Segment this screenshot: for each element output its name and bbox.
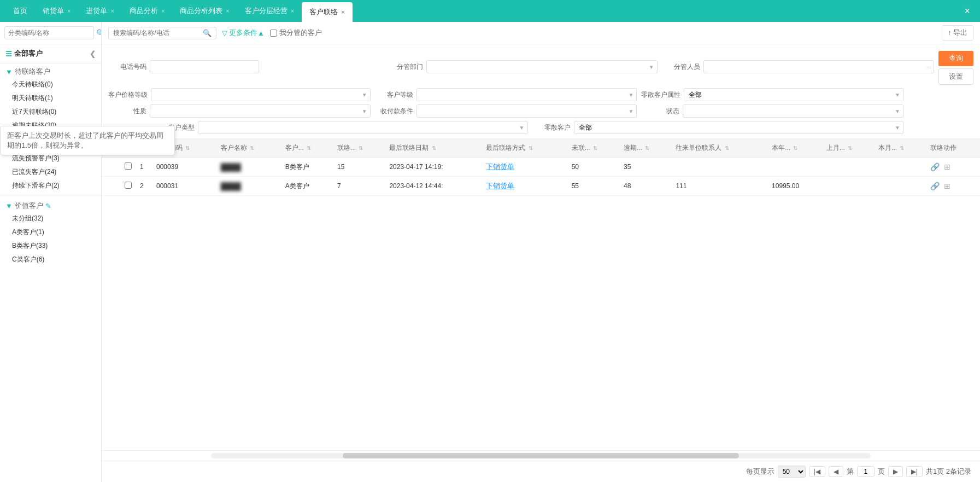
td-past-contacts: 111 xyxy=(672,177,768,196)
sidebar-item-declining[interactable]: 持续下滑客户(2) xyxy=(0,179,101,193)
td-actions: 🔗 ⊞ xyxy=(927,158,980,177)
th-last-contact-method[interactable]: 最后联络方式 ⇅ xyxy=(483,139,568,158)
tooltip-box: 距客户上次交易时长，超过了此客户的平均交易周期的1.5倍，则视为异常。 xyxy=(0,126,175,155)
sidebar-item-class-a[interactable]: A类客户(1) xyxy=(0,225,101,239)
td-checkbox[interactable] xyxy=(119,177,137,196)
gender-select[interactable] xyxy=(150,104,371,118)
th-customer-level[interactable]: 客户... ⇅ xyxy=(282,139,334,158)
close-icon[interactable]: × xyxy=(291,8,294,14)
close-icon[interactable]: × xyxy=(67,8,71,14)
filter-gender: 性质 ▼ xyxy=(108,104,371,118)
next-page-button[interactable]: ▶ xyxy=(888,466,903,477)
content-area: 🔍 ▽ 更多条件 ▲ 我分管的客户 ↑ 导出 xyxy=(102,22,980,482)
td-index: 1 xyxy=(137,158,153,177)
search-icon[interactable]: 🔍 xyxy=(96,29,102,37)
td-customer-name: ████ xyxy=(218,158,282,177)
dept-select-wrap: ▼ xyxy=(426,60,657,73)
close-icon[interactable]: × xyxy=(110,8,114,14)
row-checkbox[interactable] xyxy=(125,182,132,189)
nav-tab-purchase[interactable]: 进货单 × xyxy=(78,0,121,22)
payment-select[interactable] xyxy=(416,104,637,118)
sidebar-item-tomorrow[interactable]: 明天待联络(1) xyxy=(0,91,101,105)
nav-tab-sales[interactable]: 销货单 × xyxy=(35,0,78,22)
query-button[interactable]: 查询 xyxy=(938,51,973,66)
th-this-year[interactable]: 本年... ⇅ xyxy=(768,139,823,158)
filter-retail-customer: 零散客户 ▼ xyxy=(532,121,904,134)
action-grid-icon[interactable]: ⊞ xyxy=(944,162,950,171)
action-grid-icon[interactable]: ⊞ xyxy=(944,182,950,190)
th-contact-count[interactable]: 联络... ⇅ xyxy=(334,139,386,158)
scrollbar-thumb[interactable] xyxy=(343,453,738,458)
first-page-button[interactable]: |◀ xyxy=(809,466,825,477)
filter-phone: 电话号码 xyxy=(108,60,380,73)
my-customers-checkbox-input[interactable] xyxy=(270,30,277,37)
per-page-select[interactable]: 50 100 200 xyxy=(778,466,806,478)
filter-dept: 分管部门 ▼ xyxy=(385,60,657,73)
last-page-button[interactable]: ▶| xyxy=(906,466,923,477)
close-icon[interactable]: × xyxy=(341,9,344,15)
sidebar-search-input[interactable] xyxy=(4,26,94,39)
main-search-input[interactable] xyxy=(113,29,201,37)
th-overdue[interactable]: 逾期... ⇅ xyxy=(620,139,672,158)
td-settings xyxy=(102,177,119,196)
nav-tab-customer-contact[interactable]: 客户联络 × xyxy=(302,2,352,22)
nav-tab-customer-segment[interactable]: 客户分层经营 × xyxy=(237,0,302,22)
row-checkbox[interactable] xyxy=(125,162,132,170)
collapse-icon[interactable]: ❮ xyxy=(90,50,96,58)
search-icon[interactable]: 🔍 xyxy=(203,29,212,37)
table-row: 2 000031 ████ A类客户 7 2023-04-12 14:44: 下… xyxy=(102,177,980,196)
sidebar-item-class-b[interactable]: B类客户(33) xyxy=(0,239,101,253)
action-link-icon[interactable]: 🔗 xyxy=(930,162,940,171)
sidebar-item-ungrouped[interactable]: 未分组(32) xyxy=(0,212,101,225)
th-past-contacts[interactable]: 往来单位联系人 ⇅ xyxy=(672,139,768,158)
nav-tab-analysis-list[interactable]: 商品分析列表 × xyxy=(172,0,237,22)
page-number-input[interactable] xyxy=(857,466,875,477)
sidebar-item-churned[interactable]: 已流失客户(24) xyxy=(0,165,101,179)
nav-tab-home[interactable]: 首页 xyxy=(5,0,35,22)
window-close-button[interactable]: × xyxy=(960,5,975,17)
sidebar-pending-group[interactable]: ▼ 待联络客户 xyxy=(0,63,101,78)
sidebar-value-group[interactable]: ▼ 价值客户 ✎ xyxy=(0,198,101,212)
sidebar-item-class-c[interactable]: C类客户(6) xyxy=(0,253,101,266)
action-link-icon[interactable]: 🔗 xyxy=(930,182,940,190)
sidebar-item-7days[interactable]: 近7天待联络(0) xyxy=(0,105,101,119)
dept-select[interactable] xyxy=(426,60,657,73)
th-this-month[interactable]: 本月... ⇅ xyxy=(875,139,927,158)
phone-input[interactable] xyxy=(150,60,259,73)
phone-label: 电话号码 xyxy=(108,62,146,72)
filter-action-buttons: 查询 设置 xyxy=(938,51,973,85)
td-last-contact-method[interactable]: 下销货单 xyxy=(483,158,568,177)
payment-label: 收付款条件 xyxy=(375,107,413,116)
my-customers-checkbox[interactable]: 我分管的客户 xyxy=(270,28,322,38)
td-this-month xyxy=(875,158,927,177)
th-uncontacted[interactable]: 未联... ⇅ xyxy=(568,139,620,158)
price-level-select[interactable] xyxy=(151,88,371,101)
edit-icon[interactable]: ✎ xyxy=(45,202,51,210)
th-last-month[interactable]: 上月... ⇅ xyxy=(823,139,875,158)
retail-attr-select[interactable] xyxy=(684,88,903,101)
setting-button[interactable]: 设置 xyxy=(938,68,973,85)
td-checkbox[interactable] xyxy=(119,158,137,177)
th-customer-name[interactable]: 客户名称 ⇅ xyxy=(218,139,282,158)
gender-label: 性质 xyxy=(108,107,146,116)
pagination-bar: 每页显示 50 100 200 |◀ ◀ 第 页 ▶ ▶| 共1页 2条记录 xyxy=(102,461,980,482)
customer-type-select[interactable] xyxy=(198,121,528,134)
th-last-contact-date[interactable]: 最后联络日期 ⇅ xyxy=(386,139,483,158)
export-button[interactable]: ↑ 导出 xyxy=(942,25,973,40)
close-icon[interactable]: × xyxy=(161,8,165,14)
nav-tab-analysis[interactable]: 商品分析 × xyxy=(122,0,172,22)
td-last-contact-method[interactable]: 下销货单 xyxy=(483,177,568,196)
td-settings xyxy=(102,158,119,177)
sidebar-all-customers[interactable]: ☰ 全部客户 ❮ xyxy=(0,44,101,63)
person-select[interactable] xyxy=(703,60,934,73)
sidebar: 🔍 ☰ 全部客户 ❮ ▼ 待联络客户 今天待联络(0) 明天待联络(1) 近7天… xyxy=(0,22,102,482)
status-select[interactable] xyxy=(683,104,903,118)
customer-level-select[interactable] xyxy=(416,88,637,101)
close-icon[interactable]: × xyxy=(226,8,229,14)
retail-customer-select[interactable] xyxy=(574,121,904,134)
prev-page-button[interactable]: ◀ xyxy=(829,466,843,477)
payment-select-wrap: ▼ xyxy=(416,104,637,118)
sidebar-item-today[interactable]: 今天待联络(0) xyxy=(0,78,101,91)
horizontal-scrollbar[interactable] xyxy=(211,453,871,458)
more-conditions-button[interactable]: ▽ 更多条件 ▲ xyxy=(222,28,265,38)
